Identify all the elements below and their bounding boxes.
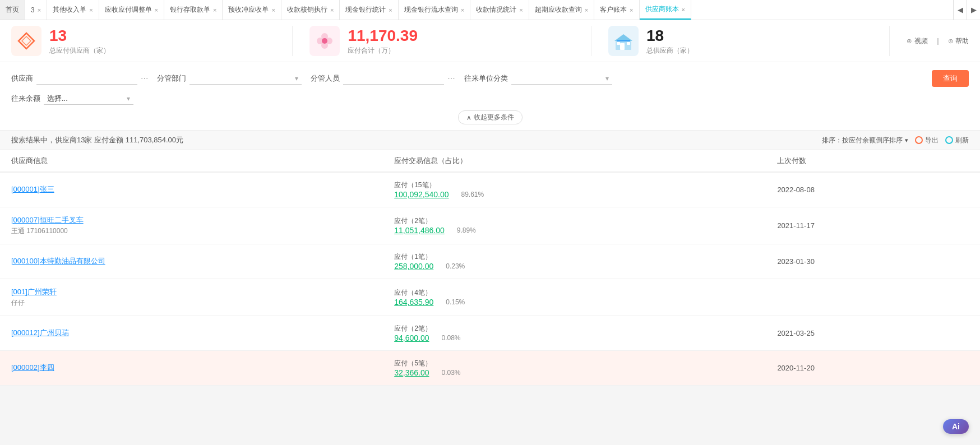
search-button[interactable]: 查询 <box>932 70 969 87</box>
payable-pct-1: 9.89% <box>457 226 476 234</box>
payable-cell-5: 应付（5笔） 32,366.00 0.03% <box>394 359 777 377</box>
supplier-link-3[interactable]: [001]广州荣轩 <box>11 288 57 296</box>
supplier-code-3: [001] <box>11 288 27 296</box>
supplier-link-4[interactable]: [000012]广州贝瑞 <box>11 328 69 337</box>
supplier-name-0: 张三 <box>40 185 54 193</box>
payable-amount-1[interactable]: 11,051,486.00 <box>394 226 445 235</box>
category-select-wrap <box>511 72 612 85</box>
collapse-button[interactable]: ∧ 收起更多条件 <box>458 110 523 124</box>
person-input[interactable] <box>343 72 444 85</box>
summary-text: 搜索结果中，供应商13家 应付金额 111,703,854.00元 <box>11 135 183 145</box>
dept-select[interactable] <box>189 72 302 85</box>
stat-label-total-suppliers: 总供应商（家） <box>646 46 694 55</box>
nav-tab-cash-bank-stats[interactable]: 现金银行统计 × <box>340 0 398 20</box>
stat-info-payable-total: 11,170.39 应付合计（万） <box>348 26 418 56</box>
nav-tab-collection-verify[interactable]: 收款核销执行 × <box>281 0 340 20</box>
nav-tab-other-income-close[interactable]: × <box>89 7 93 13</box>
nav-tab-supplier-ledger-close[interactable]: × <box>682 6 685 13</box>
last-pay-2: 2023-01-30 <box>777 257 969 266</box>
video-link[interactable]: ⊙ 视频 <box>907 36 927 46</box>
supplier-name-2: 本特勤油品有限公司 <box>40 257 105 265</box>
supplier-sub-3: 仔仔 <box>11 298 394 308</box>
category-select[interactable] <box>511 72 612 85</box>
nav-tab-customer-ledger-close[interactable]: × <box>630 7 633 13</box>
nav-tab-bank-deposit[interactable]: 银行存取款单 × <box>164 0 223 20</box>
table-row: [000007]恒旺二手叉车 王通 17106110000 应付（2笔） 11,… <box>0 207 980 244</box>
nav-tab-collection-stats[interactable]: 收款情况统计 × <box>470 0 529 20</box>
supplier-cell-5: [000002]李四 <box>11 363 394 374</box>
table-row: [000001]张三 应付（15笔） 100,092,540.00 89.61%… <box>0 173 980 207</box>
payable-amount-2[interactable]: 258,000.00 <box>394 262 433 271</box>
stat-number-total-suppliers: 18 <box>646 26 694 45</box>
top-right-links: ⊙ 视频 ｜ ⊙ 帮助 <box>907 36 969 46</box>
supplier-input[interactable] <box>36 72 137 85</box>
separator: ｜ <box>935 36 941 46</box>
nav-tab-ar-ap-adjust-close[interactable]: × <box>155 7 158 13</box>
stat-icon-flower <box>309 26 340 56</box>
export-icon <box>915 136 923 144</box>
stat-card-payable-total: 11,170.39 应付合计（万） <box>309 26 591 56</box>
stat-label-suppliers-payable: 总应付供应商（家） <box>49 46 110 55</box>
nav-prev-arrow[interactable]: ◀ <box>953 0 967 20</box>
col-header-payable: 应付交易信息（占比） <box>394 156 777 166</box>
balance-select[interactable]: 选择... <box>44 92 133 105</box>
payable-amount-5[interactable]: 32,366.00 <box>394 368 429 377</box>
supplier-ellipsis[interactable]: ··· <box>141 73 148 84</box>
nav-tab-collection-verify-close[interactable]: × <box>330 7 334 13</box>
svg-marker-1 <box>22 36 31 45</box>
sort-control[interactable]: 排序：按应付余额倒序排序 ▾ <box>822 136 908 145</box>
summary-right-actions: 排序：按应付余额倒序排序 ▾ 导出 刷新 <box>822 136 969 145</box>
dept-select-wrap <box>189 72 302 85</box>
nav-tab-cash-flow-query[interactable]: 现金银行流水查询 × <box>399 0 470 20</box>
nav-tab-ar-ap-adjust[interactable]: 应收应付调整单 × <box>99 0 164 20</box>
nav-tab-home[interactable]: 首页 <box>0 0 25 20</box>
nav-tab-other-income[interactable]: 其他收入单 × <box>47 0 99 20</box>
filter-person: 分管人员 ··· <box>311 72 455 85</box>
nav-tab-cash-flow-query-close[interactable]: × <box>461 7 464 13</box>
nav-tab-3[interactable]: 3 × <box>25 0 47 20</box>
nav-next-arrow[interactable]: ▶ <box>967 0 980 20</box>
video-icon: ⊙ <box>907 37 912 45</box>
export-button[interactable]: 导出 <box>915 136 939 145</box>
nav-tab-overdue-query[interactable]: 超期应收款查询 × <box>529 0 594 20</box>
table-row: [001]广州荣轩 仔仔 应付（4笔） 164,635.90 0.15% <box>0 279 980 316</box>
supplier-link-1[interactable]: [000007]恒旺二手叉车 <box>11 216 84 224</box>
nav-tab-cash-bank-stats-close[interactable]: × <box>389 7 392 13</box>
supplier-link-2[interactable]: [000100]本特勤油品有限公司 <box>11 257 105 265</box>
stat-icon-diamond <box>11 26 41 56</box>
balance-label: 往来余额 <box>11 94 40 104</box>
nav-tab-3-close[interactable]: × <box>38 7 41 13</box>
payable-pct-5: 0.03% <box>441 369 460 377</box>
payable-amount-0[interactable]: 100,092,540.00 <box>394 190 449 199</box>
stat-icon-store <box>608 26 639 56</box>
nav-tab-overdue-query-close[interactable]: × <box>585 7 588 13</box>
payable-amount-4[interactable]: 94,600.00 <box>394 333 429 342</box>
stat-info-total-suppliers: 18 总供应商（家） <box>646 26 694 56</box>
nav-tab-prepay-collection[interactable]: 预收冲应收单 × <box>223 0 281 20</box>
person-label: 分管人员 <box>311 73 340 84</box>
payable-label-3: 应付（4笔） <box>394 288 777 298</box>
person-ellipsis[interactable]: ··· <box>447 73 455 84</box>
payable-label-4: 应付（2笔） <box>394 324 777 333</box>
filter-category: 往来单位分类 <box>464 72 612 85</box>
nav-tab-prepay-collection-close[interactable]: × <box>271 7 275 13</box>
help-link[interactable]: ⊙ 帮助 <box>948 36 969 46</box>
nav-tab-customer-ledger[interactable]: 客户账本 × <box>594 0 639 20</box>
svg-marker-0 <box>19 33 34 49</box>
nav-tab-bank-deposit-close[interactable]: × <box>213 7 216 13</box>
supplier-code-1: [000007] <box>11 216 40 224</box>
nav-tab-3-label: 3 <box>31 6 35 14</box>
stat-info-suppliers-payable: 13 总应付供应商（家） <box>49 26 110 56</box>
nav-tab-supplier-ledger[interactable]: 供应商账本 × <box>640 0 691 20</box>
collapse-btn-label: 收起更多条件 <box>474 113 514 122</box>
supplier-link-0[interactable]: [000001]张三 <box>11 185 54 193</box>
filter-row-1: 供应商 ··· 分管部门 分管人员 ··· 往来单位分类 查询 <box>11 70 969 87</box>
nav-tab-collection-stats-close[interactable]: × <box>519 7 523 13</box>
payable-pct-3: 0.15% <box>446 298 465 306</box>
nav-tab-collection-verify-label: 收款核销执行 <box>287 5 327 15</box>
supplier-link-5[interactable]: [000002]李四 <box>11 363 54 372</box>
svg-point-6 <box>322 38 327 44</box>
supplier-code-2: [000100] <box>11 257 40 265</box>
refresh-button[interactable]: 刷新 <box>945 136 969 145</box>
payable-amount-3[interactable]: 164,635.90 <box>394 298 433 307</box>
